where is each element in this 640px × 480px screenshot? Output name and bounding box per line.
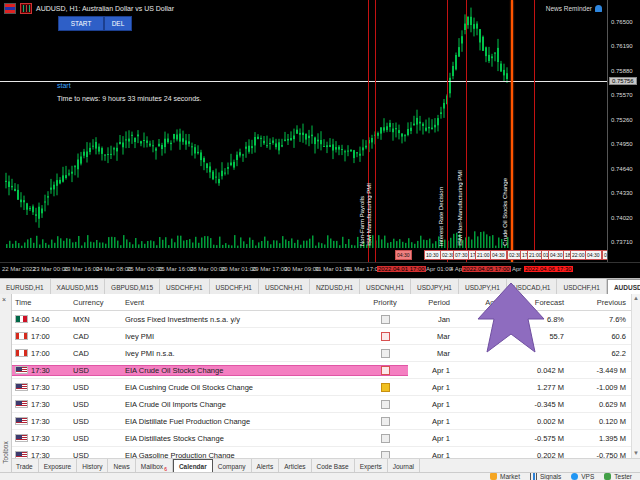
tester-icon bbox=[604, 473, 611, 480]
column-header-previous[interactable]: Previous bbox=[568, 298, 632, 307]
priority-icon bbox=[381, 315, 390, 324]
chart-tab-usdcad-h1[interactable]: USDCAD,H1 bbox=[507, 279, 558, 295]
column-header-event[interactable]: Event bbox=[125, 298, 362, 307]
country-flag-icon bbox=[15, 400, 28, 408]
start-button[interactable]: START bbox=[58, 16, 104, 31]
status-item-signals[interactable]: Signals bbox=[530, 473, 561, 480]
toolbox-tab-journal[interactable]: Journal bbox=[388, 459, 420, 473]
calendar-scrollbar[interactable]: ▲ ▼ bbox=[631, 294, 640, 458]
priority-icon bbox=[381, 332, 390, 341]
calendar-event-row[interactable]: 17:30USDEIA Distillate Fuel Production C… bbox=[11, 413, 632, 430]
event-time: 17:30 bbox=[31, 417, 50, 426]
news-event-line[interactable] bbox=[466, 0, 467, 262]
column-header-currency[interactable]: Currency bbox=[73, 298, 125, 307]
toolbox-tab-history[interactable]: History bbox=[77, 459, 108, 473]
column-header-priority[interactable]: Priority bbox=[362, 298, 408, 307]
chart-tab-usdjpy-h1[interactable]: USDJPY,H1 bbox=[411, 279, 459, 295]
vps-icon bbox=[571, 473, 578, 480]
event-previous: 7.6% bbox=[568, 315, 632, 324]
chart-plot-area[interactable]: Non-Farm PayrollsISM Manufacturing PMIIn… bbox=[0, 0, 607, 262]
event-previous: -1.009 M bbox=[568, 383, 632, 392]
time-tick-label: 2022.04.05 17:00 bbox=[462, 266, 511, 272]
calendar-event-row[interactable]: 17:00CADIvey PMIMar55.760.6 bbox=[11, 328, 632, 345]
toolbox-tab-bar: TradeExposureHistoryNewsMailbox6Calendar… bbox=[11, 458, 640, 473]
toolbox-close-icon[interactable]: × bbox=[2, 296, 6, 303]
current-price-line bbox=[0, 81, 607, 82]
calendar-event-row[interactable]: 17:00CADIvey PMI n.s.a.Mar62.2 bbox=[11, 345, 632, 362]
event-forecast: 0.002 M bbox=[510, 417, 568, 426]
event-name: EIA Crude Oil Stocks Change bbox=[125, 365, 362, 376]
calendar-event-row[interactable]: 17:30USDEIA Distillates Stocks ChangeApr… bbox=[11, 430, 632, 447]
price-tick-label: 0.76190 bbox=[611, 43, 633, 49]
chart-tab-usdchf-h1[interactable]: USDCHF,H1 bbox=[557, 279, 606, 295]
chart-tab-usdcnh-h1[interactable]: USDCNH,H1 bbox=[259, 279, 310, 295]
priority-icon bbox=[381, 417, 390, 426]
toolbox-label: Toolbox bbox=[2, 435, 9, 471]
event-previous: -3.449 M bbox=[568, 366, 632, 375]
event-currency: USD bbox=[73, 400, 125, 409]
toolbox-tab-calendar[interactable]: Calendar bbox=[173, 459, 213, 473]
news-event-line[interactable] bbox=[511, 0, 513, 262]
status-item-market[interactable]: Market bbox=[490, 473, 520, 480]
scroll-down-icon[interactable]: ▼ bbox=[632, 449, 640, 458]
market-icon bbox=[490, 473, 497, 480]
event-forecast: 1.277 M bbox=[510, 383, 568, 392]
event-name: EIA Cushing Crude Oil Stocks Change bbox=[125, 383, 362, 392]
calendar-event-row[interactable]: 17:30USDEIA Crude Oil Stocks ChangeApr 1… bbox=[11, 362, 632, 379]
price-tick-label: 0.75880 bbox=[611, 68, 633, 74]
column-header-time[interactable]: Time bbox=[11, 298, 73, 307]
toolbox-tab-articles[interactable]: Articles bbox=[279, 459, 311, 473]
event-name: EIA Distillates Stocks Change bbox=[125, 434, 362, 443]
status-item-vps[interactable]: VPS bbox=[571, 473, 594, 480]
status-item-label: Tester bbox=[614, 473, 632, 480]
news-event-line[interactable] bbox=[375, 0, 376, 262]
scroll-up-icon[interactable]: ▲ bbox=[632, 294, 640, 303]
time-tick-label: 23 Mar 16:00 bbox=[64, 266, 99, 272]
event-forecast: -0.345 M bbox=[510, 400, 568, 409]
window-menu-icon[interactable] bbox=[4, 3, 16, 14]
time-axis[interactable]: 22 Mar 202223 Mar 00:0023 Mar 16:0024 Ma… bbox=[0, 262, 640, 279]
news-event-line[interactable] bbox=[534, 0, 535, 262]
calendar-event-row[interactable]: 17:30USDEIA Crude Oil Imports ChangeApr … bbox=[11, 396, 632, 413]
chart-tab-usdjpy-h1[interactable]: USDJPY,H1 bbox=[459, 279, 507, 295]
chart-tab-gbpusd-m15[interactable]: GBPUSD,M15 bbox=[105, 279, 160, 295]
news-reminder-bell-icon[interactable] bbox=[595, 5, 602, 12]
price-tick-label: 0.73710 bbox=[611, 239, 633, 245]
toolbox-tab-news[interactable]: News bbox=[108, 459, 135, 473]
event-time-flag: 04:30 bbox=[395, 250, 412, 260]
toolbox-tab-code-base[interactable]: Code Base bbox=[312, 459, 355, 473]
toolbox-tab-company[interactable]: Company bbox=[213, 459, 252, 473]
del-button[interactable]: DEL bbox=[104, 16, 132, 31]
event-previous: 0.629 M bbox=[568, 400, 632, 409]
status-item-tester[interactable]: Tester bbox=[604, 473, 632, 480]
toolbox-tab-mailbox[interactable]: Mailbox6 bbox=[136, 459, 173, 473]
toolbox-tab-experts[interactable]: Experts bbox=[355, 459, 388, 473]
country-flag-icon bbox=[15, 315, 28, 323]
toolbox-tab-alerts[interactable]: Alerts bbox=[252, 459, 280, 473]
chart-tab-eurusd-h1[interactable]: EURUSD,H1 bbox=[0, 279, 51, 295]
chart-tab-usdcnh-h1[interactable]: USDCNH,H1 bbox=[360, 279, 411, 295]
calendar-event-row[interactable]: 14:00MXNGross Fixed Investments n.s.a. y… bbox=[11, 311, 632, 328]
event-forecast: -0.575 M bbox=[510, 434, 568, 443]
column-header-forecast[interactable]: Forecast bbox=[510, 298, 568, 307]
time-tick-label: 25 Mar 16:00 bbox=[158, 266, 193, 272]
price-tick-label: 0.76500 bbox=[611, 19, 633, 25]
toolbox-tab-exposure[interactable]: Exposure bbox=[39, 459, 77, 473]
toolbox-tab-trade[interactable]: Trade bbox=[11, 459, 39, 473]
country-flag-icon bbox=[15, 366, 28, 374]
price-axis[interactable]: 0.765000.761900.758800.755700.752600.749… bbox=[607, 0, 640, 262]
chart-tab-nzdusd-h1[interactable]: NZDUSD,H1 bbox=[310, 279, 360, 295]
event-previous: 1.395 M bbox=[568, 434, 632, 443]
chart-tab-usdchf-h1[interactable]: USDCHF,H1 bbox=[160, 279, 209, 295]
column-header-period[interactable]: Period bbox=[408, 298, 454, 307]
chart-tab-audusd-h1[interactable]: AUDUSD,H1 bbox=[607, 279, 640, 295]
time-tick-label: 22 Mar 2022 bbox=[2, 266, 36, 272]
column-header-actual[interactable]: Actual bbox=[454, 298, 510, 307]
event-name: EIA Distillate Fuel Production Change bbox=[125, 417, 362, 426]
country-flag-icon bbox=[15, 417, 28, 425]
chart-tab-usdchf-h1[interactable]: USDCHF,H1 bbox=[210, 279, 259, 295]
news-event-line[interactable] bbox=[447, 0, 448, 262]
chart-tab-xauusd-m15[interactable]: XAUUSD,M15 bbox=[51, 279, 106, 295]
event-name: Gross Fixed Investments n.s.a. y/y bbox=[125, 315, 362, 324]
calendar-event-row[interactable]: 17:30USDEIA Cushing Crude Oil Stocks Cha… bbox=[11, 379, 632, 396]
